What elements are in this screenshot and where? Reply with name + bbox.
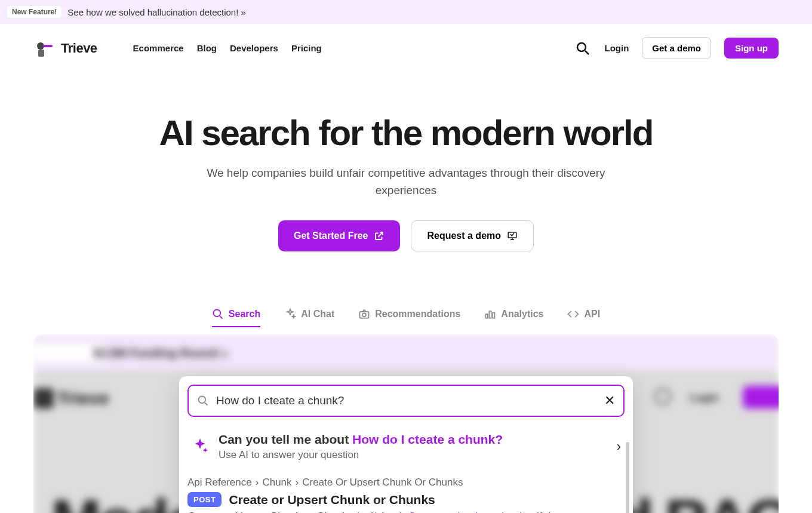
tab-label: AI Chat [301,309,334,320]
tab-ai-chat[interactable]: AI Chat [284,308,334,327]
camera-icon [358,308,370,320]
search-icon [212,308,224,320]
svg-point-13 [199,397,206,404]
tab-api[interactable]: API [567,308,600,327]
search-result[interactable]: Api Reference›Chunk›Create Or Upsert Chu… [187,477,625,513]
navbar: Trieve Ecommerce Blog Developers Pricing… [0,24,812,72]
request-demo-button[interactable]: Request a demo [411,220,534,251]
svg-rect-1 [43,45,53,47]
tab-search[interactable]: Search [212,308,260,327]
nav-link-ecommerce[interactable]: Ecommerce [133,43,184,53]
brand-home-link[interactable]: Trieve [33,38,97,59]
brand-name: Trieve [61,41,97,56]
nav-right: Login Get a demo Sign up [574,37,779,59]
new-feature-badge: New Feature! [7,6,61,18]
demo-preview-panel: $3.5M Funding Round » Trieve Login Mode … [33,334,779,513]
hero-title: AI search for the modern world [12,114,800,152]
result-title: Create or Upsert Chunk or Chunks [229,493,435,507]
get-demo-button[interactable]: Get a demo [642,37,711,59]
svg-line-14 [205,403,207,405]
chevron-right-icon: › [617,439,621,454]
search-input[interactable] [216,394,597,407]
svg-line-7 [220,316,222,318]
external-link-icon [374,231,385,241]
brand-logo-icon [33,38,55,59]
request-demo-label: Request a demo [427,231,501,241]
chart-icon [484,308,496,320]
svg-line-4 [585,51,589,54]
search-icon [197,395,209,407]
login-link[interactable]: Login [604,43,629,53]
nav-link-blog[interactable]: Blog [197,43,217,53]
tab-recommendations[interactable]: Recommendations [358,308,460,327]
ai-suggestion-title: Can you tell me about How do I cteate a … [219,432,607,447]
svg-point-6 [213,310,220,317]
get-started-free-button[interactable]: Get Started Free [278,220,400,251]
ai-answer-suggestion[interactable]: Can you tell me about How do I cteate a … [187,430,625,463]
get-started-label: Get Started Free [294,231,368,241]
signup-button[interactable]: Sign up [724,38,779,59]
hero-section: AI search for the modern world We help c… [0,72,812,275]
tab-label: API [584,309,600,320]
sparkles-icon [191,438,209,456]
announcement-text[interactable]: See how we solved hallucination detectio… [67,7,246,17]
tab-analytics[interactable]: Analytics [484,308,543,327]
svg-point-9 [362,313,366,317]
nav-link-pricing[interactable]: Pricing [291,43,322,53]
ai-suggestion-subtitle: Use AI to answer your question [219,449,607,461]
svg-rect-11 [490,311,491,318]
result-breadcrumb: Api Reference›Chunk›Create Or Upsert Chu… [187,477,625,489]
tab-label: Search [229,309,260,320]
nav-link-developers[interactable]: Developers [230,43,278,53]
svg-point-3 [577,43,586,51]
code-icon [567,308,579,320]
sparkles-icon [284,308,296,320]
search-modal: ✕ Can you tell me about How do I cteate … [179,376,633,513]
feature-tabs: Search AI Chat Recommendations Analytics… [0,308,812,327]
presentation-icon [507,231,518,241]
svg-rect-8 [360,312,369,318]
search-input-row[interactable]: ✕ [187,385,625,417]
scrollbar[interactable] [626,442,629,513]
svg-rect-10 [486,314,488,318]
hero-subtitle: We help companies build unfair competiti… [191,165,621,199]
nav-links: Ecommerce Blog Developers Pricing [133,43,322,53]
svg-rect-12 [493,313,495,318]
clear-search-icon[interactable]: ✕ [604,393,615,408]
tab-label: Recommendations [375,309,460,320]
tab-label: Analytics [501,309,543,320]
search-icon[interactable] [574,40,591,57]
result-description: Create or Upsert Chunk or Chunks /api/ch… [187,511,625,513]
svg-rect-2 [38,50,44,57]
http-method-badge: POST [187,492,222,507]
announcement-bar[interactable]: New Feature! See how we solved hallucina… [0,0,812,24]
